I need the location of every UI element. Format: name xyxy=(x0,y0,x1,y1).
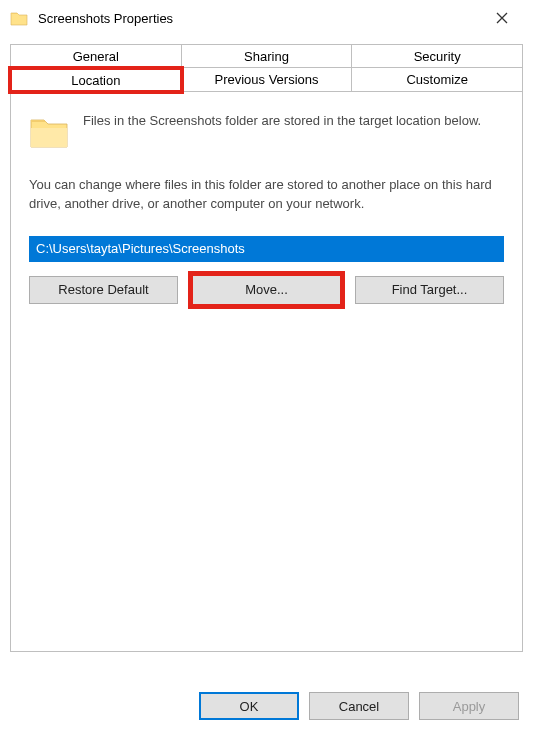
tab-location[interactable]: Location xyxy=(10,68,182,92)
location-buttons: Restore Default Move... Find Target... xyxy=(29,276,504,309)
tab-general[interactable]: General xyxy=(10,44,182,68)
tab-security[interactable]: Security xyxy=(351,44,523,68)
tab-customize[interactable]: Customize xyxy=(351,68,523,92)
tab-previous-versions[interactable]: Previous Versions xyxy=(181,68,353,92)
close-button[interactable] xyxy=(481,2,523,34)
location-path-input[interactable] xyxy=(29,236,504,262)
cancel-button[interactable]: Cancel xyxy=(309,692,409,720)
folder-icon xyxy=(10,10,28,26)
path-field-wrap xyxy=(29,236,504,262)
restore-default-button[interactable]: Restore Default xyxy=(29,276,178,304)
tab-sharing[interactable]: Sharing xyxy=(181,44,353,68)
description-1: Files in the Screenshots folder are stor… xyxy=(83,112,481,150)
window-title: Screenshots Properties xyxy=(38,11,481,26)
dialog-footer: OK Cancel Apply xyxy=(199,692,519,720)
move-button[interactable]: Move... xyxy=(188,271,345,309)
apply-button[interactable]: Apply xyxy=(419,692,519,720)
tabs: General Sharing Security Location Previo… xyxy=(0,36,533,92)
find-target-button[interactable]: Find Target... xyxy=(355,276,504,304)
description-2: You can change where files in this folde… xyxy=(29,176,504,214)
tab-content: Files in the Screenshots folder are stor… xyxy=(10,92,523,652)
folder-large-icon xyxy=(29,114,69,150)
ok-button[interactable]: OK xyxy=(199,692,299,720)
titlebar: Screenshots Properties xyxy=(0,0,533,36)
close-icon xyxy=(496,12,508,24)
